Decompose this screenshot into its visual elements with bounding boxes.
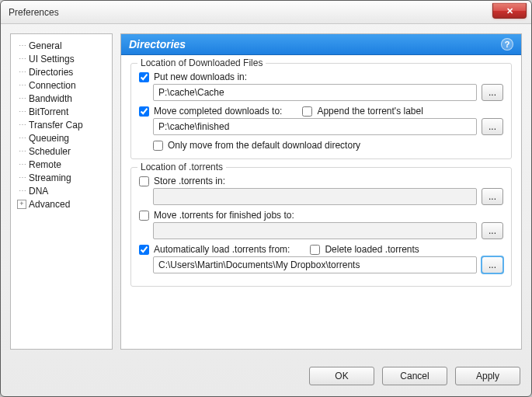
sidebar-item-streaming[interactable]: ⋯Streaming: [14, 171, 109, 184]
checkbox-label: Automatically load .torrents from:: [154, 244, 290, 255]
browse-button-store[interactable]: ...: [482, 188, 503, 205]
sidebar-item-queueing[interactable]: ⋯Queueing: [14, 131, 109, 145]
tree-branch-icon: ⋯: [17, 147, 26, 155]
apply-button[interactable]: Apply: [455, 367, 520, 385]
tree-branch-icon: ⋯: [17, 120, 26, 129]
help-icon[interactable]: ?: [501, 38, 513, 50]
sidebar-item-label: UI Settings: [29, 54, 75, 64]
checkbox-label: Move completed downloads to:: [154, 106, 282, 117]
tree-branch-icon: ⋯: [17, 41, 26, 50]
sidebar-item-label: Connection: [29, 80, 76, 91]
tree-branch-icon: ⋯: [17, 81, 26, 89]
checkbox-label: Store .torrents in:: [154, 176, 225, 186]
sidebar-item-label: DNA: [29, 186, 48, 197]
group-title: Location of .torrents: [137, 162, 226, 172]
category-sidebar[interactable]: ⋯General ⋯UI Settings ⋯Directories ⋯Conn…: [10, 33, 113, 350]
group-title: Location of Downloaded Files: [137, 57, 266, 68]
sidebar-item-label: Advanced: [29, 199, 70, 210]
autoload-path-input[interactable]: [153, 256, 477, 273]
checkbox-only-move-default-input[interactable]: [153, 141, 163, 151]
checkbox-label: Move .torrents for finished jobs to:: [154, 210, 294, 221]
tree-branch-icon: ⋯: [17, 160, 26, 169]
move-completed-path-input[interactable]: [153, 118, 477, 135]
checkbox-delete-loaded-input[interactable]: [310, 245, 320, 255]
checkbox-put-downloads-input[interactable]: [139, 72, 149, 82]
close-icon: ✕: [506, 6, 513, 16]
sidebar-item-label: Queueing: [29, 133, 69, 144]
sidebar-item-directories[interactable]: ⋯Directories: [14, 65, 109, 78]
move-finished-torrents-path-input: [153, 222, 477, 239]
browse-button-move[interactable]: ...: [482, 118, 503, 135]
sidebar-item-label: Directories: [29, 67, 73, 78]
group-download-location: Location of Downloaded Files Put new dow…: [130, 63, 512, 159]
checkbox-move-completed-input[interactable]: [139, 106, 149, 117]
checkbox-append-label[interactable]: Append the torrent's label: [302, 106, 422, 117]
window-body: ⋯General ⋯UI Settings ⋯Directories ⋯Conn…: [1, 24, 531, 359]
sidebar-item-bittorrent[interactable]: ⋯BitTorrent: [14, 105, 109, 118]
checkbox-label: Delete loaded .torrents: [325, 244, 419, 255]
titlebar[interactable]: Preferences ✕: [1, 1, 531, 24]
sidebar-item-bandwidth[interactable]: ⋯Bandwidth: [14, 92, 109, 105]
preferences-window: Preferences ✕ ⋯General ⋯UI Settings ⋯Dir…: [0, 0, 532, 397]
expand-icon[interactable]: +: [17, 200, 26, 209]
tree-branch-icon: ⋯: [17, 68, 26, 76]
sidebar-item-general[interactable]: ⋯General: [14, 39, 109, 52]
dialog-footer: OK Cancel Apply: [1, 359, 531, 396]
sidebar-item-remote[interactable]: ⋯Remote: [14, 158, 109, 171]
sidebar-item-label: Streaming: [29, 172, 71, 183]
checkbox-put-downloads[interactable]: Put new downloads in:: [139, 71, 503, 82]
checkbox-store-torrents-input[interactable]: [139, 176, 149, 186]
tree-branch-icon: ⋯: [17, 186, 26, 195]
tree-branch-icon: ⋯: [17, 107, 26, 116]
panel-title: Directories: [129, 38, 186, 50]
panel-header: Directories ?: [121, 34, 521, 55]
sidebar-item-scheduler[interactable]: ⋯Scheduler: [14, 145, 109, 158]
ok-button[interactable]: OK: [309, 367, 374, 385]
checkbox-only-move-default[interactable]: Only move from the default download dire…: [153, 140, 503, 151]
content-panel: Directories ? Location of Downloaded Fil…: [120, 33, 522, 350]
checkbox-label: Put new downloads in:: [154, 71, 247, 82]
sidebar-item-advanced[interactable]: +Advanced: [14, 197, 109, 211]
checkbox-delete-loaded[interactable]: Delete loaded .torrents: [310, 244, 419, 255]
sidebar-item-label: Transfer Cap: [29, 120, 83, 131]
tree-branch-icon: ⋯: [17, 94, 26, 103]
sidebar-item-label: BitTorrent: [29, 106, 68, 117]
panel-body: Location of Downloaded Files Put new dow…: [121, 55, 521, 301]
window-title: Preferences: [9, 7, 59, 18]
checkbox-label: Only move from the default download dire…: [168, 140, 360, 151]
checkbox-append-label-input[interactable]: [302, 106, 312, 117]
group-torrent-location: Location of .torrents Store .torrents in…: [130, 167, 512, 287]
checkbox-autoload-torrents-input[interactable]: [139, 245, 149, 255]
sidebar-item-transfer-cap[interactable]: ⋯Transfer Cap: [14, 118, 109, 131]
browse-button-put[interactable]: ...: [482, 84, 503, 101]
sidebar-item-ui-settings[interactable]: ⋯UI Settings: [14, 52, 109, 65]
checkbox-move-finished-torrents[interactable]: Move .torrents for finished jobs to:: [139, 210, 503, 221]
browse-button-movefin[interactable]: ...: [482, 222, 503, 239]
browse-button-autoload[interactable]: ...: [482, 256, 503, 273]
cancel-button[interactable]: Cancel: [382, 367, 447, 385]
put-downloads-path-input[interactable]: [153, 84, 477, 101]
tree-branch-icon: ⋯: [17, 54, 26, 63]
sidebar-item-label: Remote: [29, 159, 61, 170]
close-button[interactable]: ✕: [492, 3, 527, 19]
store-torrents-path-input: [153, 188, 477, 205]
checkbox-store-torrents[interactable]: Store .torrents in:: [139, 176, 503, 186]
sidebar-item-label: Scheduler: [29, 146, 71, 157]
checkbox-move-finished-torrents-input[interactable]: [139, 211, 149, 221]
sidebar-item-label: General: [29, 40, 62, 51]
sidebar-item-label: Bandwidth: [29, 93, 72, 104]
tree-branch-icon: ⋯: [17, 134, 26, 142]
checkbox-label: Append the torrent's label: [317, 106, 422, 117]
checkbox-autoload-torrents[interactable]: Automatically load .torrents from:: [139, 244, 290, 255]
checkbox-move-completed[interactable]: Move completed downloads to:: [139, 106, 282, 117]
sidebar-item-connection[interactable]: ⋯Connection: [14, 78, 109, 92]
tree-branch-icon: ⋯: [17, 173, 26, 182]
sidebar-item-dna[interactable]: ⋯DNA: [14, 184, 109, 197]
